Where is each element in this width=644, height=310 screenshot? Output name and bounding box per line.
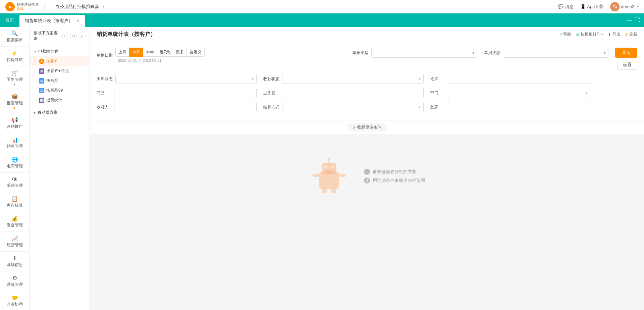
sidebar-item-sales-mgmt[interactable]: 📊 销售管理 xyxy=(0,133,29,153)
refresh-btn[interactable]: ↺ 刷新 xyxy=(625,32,637,37)
wholesale-icon: 📦 xyxy=(1,93,28,100)
warehouse-select[interactable]: ... xyxy=(448,74,590,84)
svg-point-7 xyxy=(332,167,333,169)
out-status-select[interactable]: ▾ xyxy=(115,74,257,84)
user-dropdown-icon: ▾ xyxy=(637,5,639,8)
scheme-item-return-stat[interactable]: 📊 退货统计 xyxy=(30,95,90,105)
collapse-icon: ∧ xyxy=(353,125,356,130)
goods-label: 商品 xyxy=(97,90,111,96)
refresh-scheme-btn[interactable]: ↺ xyxy=(70,33,77,39)
filter-section: 单据日期 上月 本月 本年 近7天 更多 自定义 2023-03-01 至 20… xyxy=(90,42,644,134)
scheme-item-by-goods-99[interactable]: ▤ 按商品99 xyxy=(30,86,90,95)
out-status-label: 出库状态 xyxy=(97,76,113,82)
sidebar-item-search[interactable]: 🔍 搜索菜单 xyxy=(0,27,29,47)
settings-button[interactable]: 设置 xyxy=(617,60,637,70)
help-icon: ? xyxy=(559,32,562,37)
scheme-group-mobile-title[interactable]: ▶ 移动端方案 xyxy=(30,108,90,117)
scheme-icon-goods99: ▤ xyxy=(39,88,44,93)
sidebar-item-operation[interactable]: 📈 经营管理 xyxy=(0,232,29,252)
header-title: 办公用品行业模拟账套 xyxy=(55,4,99,10)
collapse-btn[interactable]: ∧ 收起更多条件 xyxy=(347,123,387,132)
logo-area: 畅 畅捷通好生意 标版 xyxy=(5,2,39,11)
date-tab-this-month[interactable]: 本月 xyxy=(129,48,143,57)
export-icon: ⬇ xyxy=(608,32,611,37)
sidebar-item-basic[interactable]: ℹ 基础信息 xyxy=(0,252,29,271)
date-tab-custom[interactable]: 自定义 xyxy=(186,48,205,57)
export-btn[interactable]: ⬇ 导出 xyxy=(608,32,621,37)
print-btn[interactable]: 🖨 按模板打印 ▾ xyxy=(575,32,604,37)
sidebar-item-inventory[interactable]: 📋 库存核算 xyxy=(0,192,29,212)
tab-sales-stat[interactable]: 销货单统计表（按客户） ✕ xyxy=(19,15,85,27)
download-icon: 📱 xyxy=(580,4,586,9)
tab-close-icon[interactable]: ✕ xyxy=(76,18,79,23)
left-panel: 按以下方案查询 + ↺ « ▼ 电脑端方案 人 按客户 ▦ 按客户+商品 ▤ xyxy=(30,27,90,310)
header-dropdown-icon[interactable]: ▾ xyxy=(103,5,105,8)
logo-text: 畅捷通好生意 标版 xyxy=(17,2,39,11)
sidebar: 🔍 搜索菜单 ⚡ 快捷导航 🛒 零售管理 ▼ 📦 批发管理 ▲ 📢 营销推广 📊… xyxy=(0,27,30,310)
dept-select[interactable]: ▾ xyxy=(448,88,590,98)
staff-label: 业务员 xyxy=(263,90,278,96)
doc-type-select[interactable]: ▾ xyxy=(371,48,477,58)
payment-label: 结算方式 xyxy=(263,104,279,110)
staff-dots: ... xyxy=(417,91,421,95)
date-tab-this-year[interactable]: 本年 xyxy=(143,48,157,57)
help-btn[interactable]: ? 帮助 xyxy=(559,32,571,37)
message-btn[interactable]: 💬 消息 xyxy=(558,4,574,10)
sidebar-item-purchase[interactable]: 🛍 采购管理 xyxy=(0,173,29,192)
scheme-group-mobile: ▶ 移动端方案 xyxy=(30,106,90,119)
date-label: 单据日期 xyxy=(97,53,113,58)
message-icon: 💬 xyxy=(558,4,564,9)
date-tab-more[interactable]: 更多 xyxy=(173,48,186,57)
tab-home[interactable]: 首页 xyxy=(0,13,19,27)
scheme-item-by-goods[interactable]: ▤ 按商品 xyxy=(30,76,90,86)
system-icon: ⚙ xyxy=(1,275,28,281)
sidebar-item-marketing[interactable]: 📢 营销推广 xyxy=(0,113,29,133)
tab-bar-actions: — ⛶ xyxy=(627,13,644,27)
scheme-group-pc-title[interactable]: ▼ 电脑端方案 xyxy=(30,47,90,56)
payment-select[interactable]: ▾ xyxy=(282,102,423,112)
collapse-panel-btn[interactable]: « xyxy=(79,33,86,39)
add-scheme-btn[interactable]: + xyxy=(61,33,68,39)
user-menu-btn[interactable]: Ea demo2 ▾ xyxy=(610,2,639,11)
brand-select[interactable]: ... xyxy=(448,102,590,112)
sidebar-item-system[interactable]: ⚙ 系统管理 xyxy=(0,271,29,291)
hint-num-1: 1 xyxy=(364,169,370,175)
empty-hint-1: 1 请先选择要分析的方案 xyxy=(364,169,425,175)
search-icon: 🔍 xyxy=(1,30,28,37)
sidebar-item-finance[interactable]: 💰 资金管理 xyxy=(0,212,29,232)
basic-icon: ℹ xyxy=(1,255,28,261)
doc-status-arrow: ▾ xyxy=(604,51,605,55)
brand-label: 品牌 xyxy=(430,104,445,110)
empty-hints: 1 请先选择要分析的方案 2 用过滤条件来缩小分析范围 xyxy=(364,169,425,184)
sidebar-item-quick-nav[interactable]: ⚡ 快捷导航 xyxy=(0,47,29,66)
sidebar-item-retail[interactable]: 🛒 零售管理 ▼ xyxy=(0,66,29,90)
svg-text:畅: 畅 xyxy=(9,6,11,9)
hint-num-2: 2 xyxy=(364,177,370,184)
svg-point-9 xyxy=(328,158,330,160)
group-expand-icon: ▼ xyxy=(34,50,37,53)
sales-mgmt-icon: 📊 xyxy=(1,137,28,143)
purchase-icon: 🛍 xyxy=(1,176,28,182)
sidebar-item-enterprise[interactable]: 🤝 企业协同 xyxy=(0,291,29,310)
date-tab-7days[interactable]: 近7天 xyxy=(157,48,173,57)
scheme-item-by-customer[interactable]: 人 按客户 xyxy=(30,56,90,66)
staff-select[interactable]: ... xyxy=(281,88,423,98)
sidebar-item-ecom[interactable]: 🌐 电商管理 xyxy=(0,153,29,173)
app-download-btn[interactable]: 📱 App下载 xyxy=(580,4,603,10)
tab-minimize-icon[interactable]: — xyxy=(627,17,632,23)
collapse-row: ∧ 收起更多条件 xyxy=(90,120,644,134)
svg-rect-2 xyxy=(319,172,339,189)
collect-status-label: 收款状态 xyxy=(263,76,279,82)
receiver-select[interactable]: ... xyxy=(114,102,257,112)
query-button[interactable]: 查询 xyxy=(615,48,637,58)
warehouse-dots: ... xyxy=(583,76,587,81)
header-right: 💬 消息 📱 App下载 Ea demo2 ▾ xyxy=(558,2,639,11)
goods-select[interactable]: ... xyxy=(114,88,257,98)
scheme-icon-cg: ▦ xyxy=(39,68,44,74)
doc-status-select[interactable]: ▾ xyxy=(503,48,609,58)
date-tab-last-month[interactable]: 上月 xyxy=(115,48,129,57)
collect-status-select[interactable]: ▾ xyxy=(282,74,423,84)
tab-expand-icon[interactable]: ⛶ xyxy=(635,17,640,23)
sidebar-item-wholesale[interactable]: 📦 批发管理 ▲ xyxy=(0,90,29,113)
scheme-item-by-customer-goods[interactable]: ▦ 按客户+商品 xyxy=(30,66,90,76)
